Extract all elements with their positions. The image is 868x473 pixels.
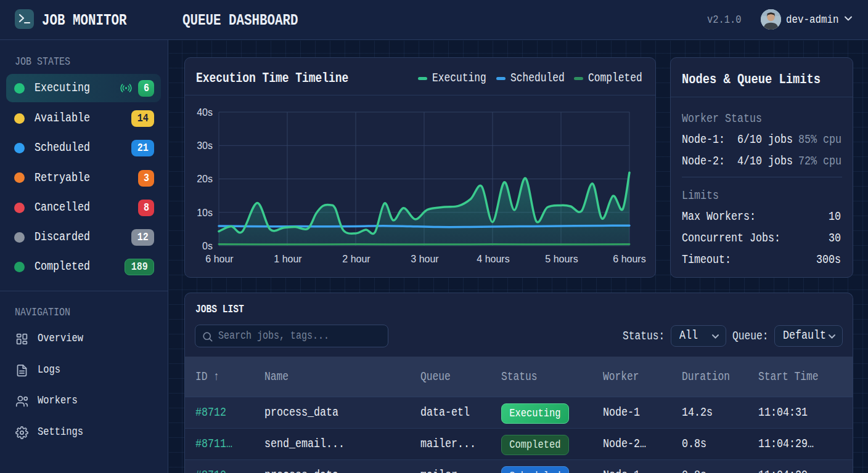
svg-text:6 hours: 6 hours — [613, 254, 645, 264]
svg-text:10s: 10s — [197, 208, 213, 218]
svg-text:0s: 0s — [202, 241, 213, 251]
svg-text:4 hours: 4 hours — [477, 254, 509, 264]
svg-text:6 hour: 6 hour — [205, 254, 234, 264]
svg-text:2 hour: 2 hour — [342, 254, 371, 264]
svg-text:40s: 40s — [197, 107, 213, 118]
svg-text:1 hour: 1 hour — [274, 254, 302, 264]
svg-text:20s: 20s — [197, 174, 213, 184]
svg-text:5 hours: 5 hours — [545, 254, 578, 264]
svg-text:3 hour: 3 hour — [411, 254, 439, 264]
svg-text:30s: 30s — [197, 140, 213, 151]
